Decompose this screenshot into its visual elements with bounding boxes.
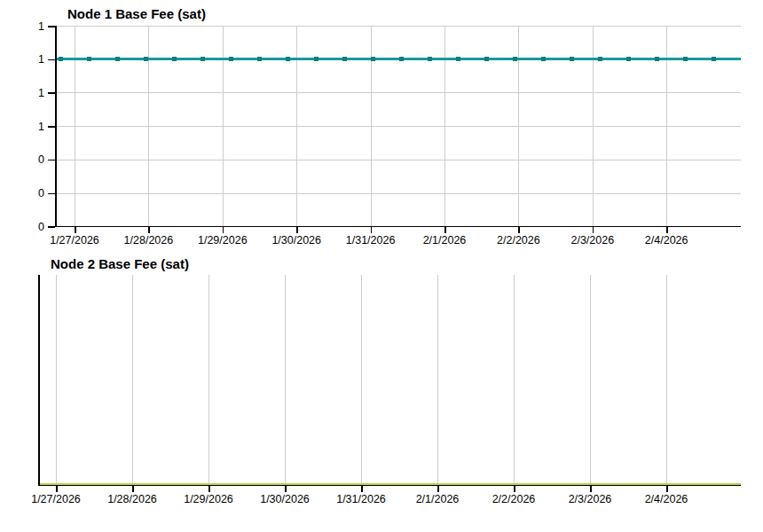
v-gridline: [223, 26, 224, 226]
h-gridline: [55, 26, 741, 27]
x-tick-mark: [666, 227, 668, 233]
data-point-marker: [342, 57, 347, 61]
h-gridline: [55, 92, 741, 93]
y-tick-mark: [48, 59, 55, 61]
v-gridline: [590, 275, 591, 485]
y-axis-line: [38, 275, 40, 485]
v-gridline: [361, 275, 362, 485]
x-tick-label: 2/4/2026: [629, 233, 704, 247]
fee-charts-dashboard: Node 1 Base Fee (sat) 11110001/27/20261/…: [0, 0, 763, 532]
x-tick-label: 2/2/2026: [481, 233, 555, 247]
x-tick-label: 1/28/2026: [95, 492, 169, 506]
x-tick-mark: [296, 227, 298, 233]
x-tick-mark: [361, 486, 363, 492]
x-tick-label: 1/31/2026: [324, 492, 398, 506]
v-gridline: [371, 26, 372, 226]
x-tick-mark: [285, 486, 287, 492]
y-tick-label: 0: [14, 220, 44, 234]
y-axis-line: [55, 26, 57, 226]
y-tick-mark: [48, 193, 55, 195]
data-point-marker: [570, 57, 574, 61]
x-tick-label: 1/30/2026: [259, 233, 334, 247]
x-tick-mark: [371, 227, 373, 233]
x-tick-mark: [75, 227, 76, 233]
x-tick-mark: [208, 486, 210, 492]
data-point-marker: [428, 57, 432, 61]
data-point-marker: [144, 57, 148, 61]
y-tick-label: 0: [14, 186, 44, 200]
x-tick-mark: [148, 227, 150, 233]
data-point-marker: [201, 57, 205, 61]
x-tick-mark: [518, 227, 520, 233]
h-gridline: [55, 193, 741, 194]
x-tick-label: 1/27/2026: [37, 233, 112, 247]
v-gridline: [208, 275, 209, 485]
y-tick-mark: [48, 160, 55, 161]
data-point-marker: [655, 57, 659, 61]
data-point-marker: [115, 57, 120, 61]
data-point-marker: [626, 57, 631, 61]
v-gridline: [666, 26, 667, 226]
h-gridline: [55, 126, 741, 127]
data-point-marker: [59, 57, 63, 61]
x-axis-line: [55, 226, 741, 228]
y-tick-mark: [48, 126, 55, 128]
data-point-marker: [541, 57, 546, 61]
x-tick-mark: [223, 227, 224, 233]
data-point-marker: [87, 57, 91, 61]
h-gridline: [55, 160, 741, 160]
data-point-marker: [286, 57, 290, 61]
x-tick-mark: [593, 227, 594, 233]
x-tick-mark: [444, 227, 446, 233]
data-point-marker: [456, 57, 460, 61]
x-tick-label: 2/3/2026: [553, 492, 627, 506]
chart-title-node2-base-fee: Node 2 Base Fee (sat): [51, 256, 189, 271]
x-axis-line: [38, 485, 741, 487]
data-point-marker: [399, 57, 404, 61]
v-gridline: [666, 275, 667, 485]
x-tick-label: 1/30/2026: [248, 492, 322, 506]
x-tick-label: 1/31/2026: [334, 233, 408, 247]
data-point-marker: [484, 57, 489, 61]
chart-title-node1-base-fee: Node 1 Base Fee (sat): [67, 6, 206, 21]
x-tick-label: 2/2/2026: [476, 492, 551, 506]
data-point-marker: [513, 57, 517, 61]
x-tick-label: 1/29/2026: [185, 233, 260, 247]
v-gridline: [593, 26, 594, 226]
data-point-marker: [229, 57, 233, 61]
data-point-marker: [172, 57, 177, 61]
y-tick-mark: [48, 92, 55, 94]
x-tick-mark: [437, 486, 439, 492]
v-gridline: [514, 275, 515, 485]
x-tick-mark: [132, 486, 134, 492]
data-point-marker: [371, 57, 375, 61]
x-tick-label: 2/3/2026: [555, 233, 630, 247]
x-tick-label: 2/4/2026: [629, 492, 704, 506]
v-gridline: [444, 26, 445, 226]
v-gridline: [75, 26, 75, 226]
data-point-marker: [712, 57, 716, 61]
v-gridline: [132, 275, 133, 485]
y-tick-label: 1: [14, 20, 44, 34]
y-tick-mark: [48, 26, 55, 27]
data-point-marker: [598, 57, 602, 61]
x-tick-mark: [590, 486, 592, 492]
y-tick-label: 1: [14, 120, 44, 134]
x-tick-label: 2/1/2026: [407, 233, 482, 247]
x-tick-label: 1/28/2026: [111, 233, 185, 247]
v-gridline: [148, 26, 149, 226]
v-gridline: [56, 275, 57, 485]
series-line-node1: [55, 58, 741, 60]
v-gridline: [296, 26, 297, 226]
v-gridline: [285, 275, 286, 485]
y-tick-label: 1: [14, 86, 44, 100]
v-gridline: [437, 275, 438, 485]
x-tick-label: 1/27/2026: [19, 492, 93, 506]
x-tick-mark: [56, 486, 58, 492]
x-tick-mark: [514, 486, 515, 492]
y-tick-label: 0: [14, 153, 44, 167]
v-gridline: [518, 26, 519, 226]
data-point-marker: [257, 57, 262, 61]
y-tick-mark: [48, 226, 55, 228]
x-tick-label: 2/1/2026: [400, 492, 475, 506]
